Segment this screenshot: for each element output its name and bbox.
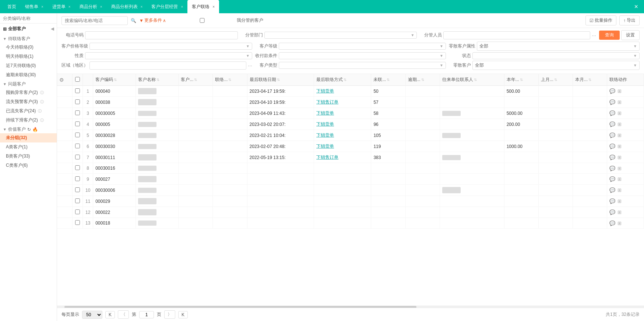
cell-checkbox[interactable] (73, 108, 83, 119)
payment-terms-select[interactable]: ▼ (279, 52, 446, 59)
cell-last-type[interactable]: 下销货单 (314, 141, 371, 152)
col-no-contact[interactable]: 未联...⇅ (371, 74, 405, 86)
sidebar-item-hoarding[interactable]: 囤购异常客户(2) ⓘ (0, 88, 57, 97)
prev-page-btn[interactable]: 〈 (118, 310, 129, 319)
message-icon[interactable]: 💬 (609, 133, 615, 138)
cell-checkbox[interactable] (73, 196, 83, 207)
scattered-customer-select[interactable]: 全部 ▼ (472, 61, 640, 70)
sidebar-search-input[interactable] (3, 16, 57, 21)
message-icon[interactable]: 💬 (609, 155, 615, 160)
col-overdue[interactable]: 逾期...⇅ (405, 74, 440, 86)
region-input[interactable] (89, 61, 246, 70)
sidebar-item-classB[interactable]: B类客户(33) (0, 152, 57, 161)
search-icon[interactable]: 🔍 (131, 18, 136, 23)
last-contact-link[interactable]: 下销货单 (316, 121, 334, 127)
phone-input[interactable] (85, 31, 238, 39)
last-contact-link[interactable]: 下销货单 (316, 144, 334, 149)
sidebar-item-churn-warn[interactable]: 流失预警客户(3) ⓘ (0, 97, 57, 106)
qr-icon[interactable]: ⊞ (617, 133, 622, 138)
region-more-icon[interactable]: ··· (248, 63, 252, 68)
cell-checkbox[interactable] (73, 97, 83, 108)
sidebar-group-pending[interactable]: ▼ 待联络客户 (0, 34, 57, 43)
collapse-sidebar-icon[interactable]: ◀ (51, 27, 54, 31)
qr-icon[interactable]: ⊞ (617, 144, 622, 149)
row-checkbox[interactable] (75, 165, 80, 170)
sidebar-item-classA[interactable]: A类客户(1) (0, 142, 57, 152)
cell-last-type[interactable]: 下销售订单 (314, 152, 371, 163)
last-contact-link[interactable]: 下销售订单 (316, 99, 338, 105)
cell-checkbox[interactable] (73, 174, 83, 185)
refresh-icon[interactable]: ↻ (27, 127, 31, 132)
row-checkbox[interactable] (75, 110, 80, 115)
message-icon[interactable]: 💬 (609, 187, 615, 193)
message-icon[interactable]: 💬 (609, 221, 615, 226)
last-contact-link[interactable]: 下销货单 (316, 110, 334, 116)
cell-checkbox[interactable] (73, 207, 83, 218)
row-checkbox[interactable] (75, 220, 80, 225)
message-icon[interactable]: 💬 (609, 198, 615, 204)
tab-sales[interactable]: 销售单 × (21, 0, 48, 13)
col-contact[interactable]: 联络...⇅ (213, 74, 247, 86)
row-checkbox[interactable] (75, 155, 80, 159)
customer-type-select[interactable]: ▼ (279, 62, 446, 69)
qr-icon[interactable]: ⊞ (617, 209, 622, 215)
qr-icon[interactable]: ⊞ (617, 88, 622, 94)
tab-purchase[interactable]: 进货单 × (48, 0, 75, 13)
qr-icon[interactable]: ⊞ (617, 198, 622, 204)
cell-checkbox[interactable] (73, 86, 83, 97)
status-select[interactable]: ▼ (472, 52, 640, 59)
col-name[interactable]: 客户名称⇅ (136, 74, 179, 86)
message-icon[interactable]: 💬 (609, 88, 615, 94)
col-contact-person[interactable]: 往来单位联系人⇅ (440, 74, 504, 86)
tab-purchase-close[interactable]: × (68, 5, 71, 9)
col-last-month[interactable]: 上月...⇅ (538, 74, 573, 86)
cell-checkbox[interactable] (73, 141, 83, 152)
qr-icon[interactable]: ⊞ (617, 110, 622, 116)
cell-checkbox[interactable] (73, 185, 83, 196)
col-code[interactable]: 客户编码⇅ (93, 74, 136, 86)
reset-button[interactable]: 设置 (621, 30, 640, 40)
sidebar-item-7days[interactable]: 近7天待联络(0) (0, 61, 57, 70)
col-type[interactable]: 客户...⇅ (179, 74, 213, 86)
tab-customer-layering[interactable]: 客户分层经营 × (147, 0, 187, 13)
last-page-btn[interactable]: K (178, 311, 188, 318)
settings-icon[interactable]: ⚙ (59, 77, 64, 83)
last-contact-link[interactable]: 下销货单 (316, 88, 334, 94)
first-page-btn[interactable]: K (105, 311, 115, 318)
qr-icon[interactable]: ⊞ (617, 121, 622, 127)
tab-product-analysis[interactable]: 商品分析 × (75, 0, 107, 13)
row-checkbox[interactable] (75, 187, 80, 192)
tab-customer-contact[interactable]: 客户联络 × (187, 0, 219, 13)
message-icon[interactable]: 💬 (609, 209, 615, 215)
tab-product-analysis-close[interactable]: × (100, 5, 102, 9)
row-checkbox[interactable] (75, 121, 80, 126)
sidebar-item-overdue[interactable]: 逾期未联络(30) (0, 70, 57, 80)
manager-more-icon[interactable]: ··· (592, 32, 596, 38)
sidebar-group-problem[interactable]: ▼ 问题客户 (0, 80, 57, 88)
qr-icon[interactable]: ⊞ (617, 221, 622, 226)
cell-checkbox[interactable] (73, 130, 83, 141)
row-checkbox[interactable] (75, 209, 80, 214)
sidebar-item-tomorrow[interactable]: 明天待联络(1) (0, 52, 57, 61)
row-checkbox[interactable] (75, 198, 80, 203)
sidebar-item-churned[interactable]: 已流失客户(24) ⓘ (0, 106, 57, 116)
sidebar-all-customers[interactable]: ⊞ 全部客户 ◀ (0, 24, 57, 34)
qr-icon[interactable]: ⊞ (617, 176, 622, 182)
tab-home[interactable]: 首页 (3, 0, 21, 13)
cell-last-type[interactable]: 下销售订单 (314, 97, 371, 108)
tab-customer-layering-close[interactable]: × (181, 5, 183, 9)
sidebar-item-classC[interactable]: C类客户(6) (0, 161, 57, 170)
message-icon[interactable]: 💬 (609, 110, 615, 116)
row-checkbox[interactable] (75, 144, 80, 148)
search-input[interactable] (61, 16, 128, 25)
tab-sales-close[interactable]: × (41, 5, 43, 9)
nature-select[interactable]: ▼ (85, 52, 252, 59)
row-checkbox[interactable] (75, 133, 80, 137)
page-input[interactable] (139, 311, 154, 318)
cell-last-type[interactable]: 下销货单 (314, 86, 371, 97)
col-last-type[interactable]: 最后联络方式⇅ (314, 74, 371, 86)
col-this-year[interactable]: 本年...⇅ (504, 74, 538, 86)
cell-checkbox[interactable] (73, 163, 83, 174)
my-customers-check[interactable] (169, 18, 235, 23)
row-checkbox[interactable] (75, 176, 80, 181)
